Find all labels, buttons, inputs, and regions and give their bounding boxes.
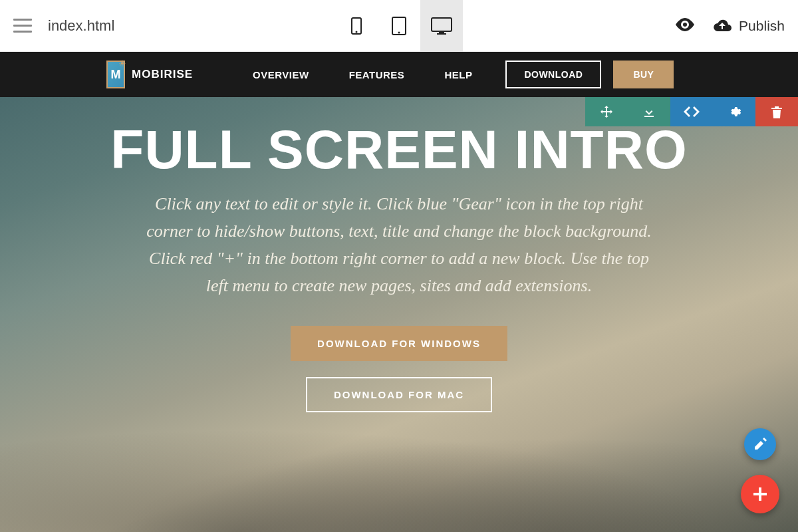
download-mac-button[interactable]: DOWNLOAD FOR MAC [306,377,492,412]
hero-subtitle[interactable]: Click any text to edit or style it. Clic… [146,190,652,299]
nav-link-overview[interactable]: OVERVIEW [233,69,329,80]
svg-rect-6 [437,33,446,35]
hero-block[interactable]: FULL SCREEN INTRO Click any text to edit… [0,97,798,532]
preview-icon[interactable] [675,18,695,34]
gear-icon[interactable] [713,97,755,126]
filename[interactable]: index.html [48,17,114,35]
download-windows-button[interactable]: DOWNLOAD FOR WINDOWS [291,326,507,361]
app-toolbar: index.html Publish [0,0,798,52]
desktop-view-icon[interactable] [420,0,463,52]
nav-link-features[interactable]: FEATURES [329,69,425,80]
nav-link-help[interactable]: HELP [424,69,492,80]
svg-point-3 [398,31,400,33]
hero-title[interactable]: FULL SCREEN INTRO [110,124,687,176]
svg-point-1 [356,31,358,33]
menu-icon[interactable] [13,19,32,33]
svg-rect-4 [432,18,452,31]
nav-buy-button[interactable]: BUY [613,61,674,88]
site-logo[interactable]: MOBIRISE [106,61,193,88]
logo-icon [106,61,125,88]
move-block-icon[interactable] [585,97,628,126]
publish-label: Publish [739,18,785,34]
svg-rect-5 [439,31,444,33]
editor-canvas: MOBIRISE OVERVIEW FEATURES HELP DOWNLOAD… [0,52,798,532]
nav-download-button[interactable]: DOWNLOAD [505,61,601,88]
site-navbar: MOBIRISE OVERVIEW FEATURES HELP DOWNLOAD… [0,52,798,97]
delete-block-icon[interactable] [755,97,798,126]
block-toolbar [585,97,798,126]
code-block-icon[interactable] [670,97,713,126]
save-block-icon[interactable] [628,97,670,126]
tablet-view-icon[interactable] [378,0,420,52]
edit-fab-icon[interactable] [744,428,776,460]
device-switcher [335,0,463,52]
svg-point-7 [683,23,687,27]
logo-text: MOBIRISE [132,68,193,81]
publish-button[interactable]: Publish [714,18,785,34]
mobile-view-icon[interactable] [335,0,378,52]
add-block-fab-icon[interactable] [741,475,779,513]
